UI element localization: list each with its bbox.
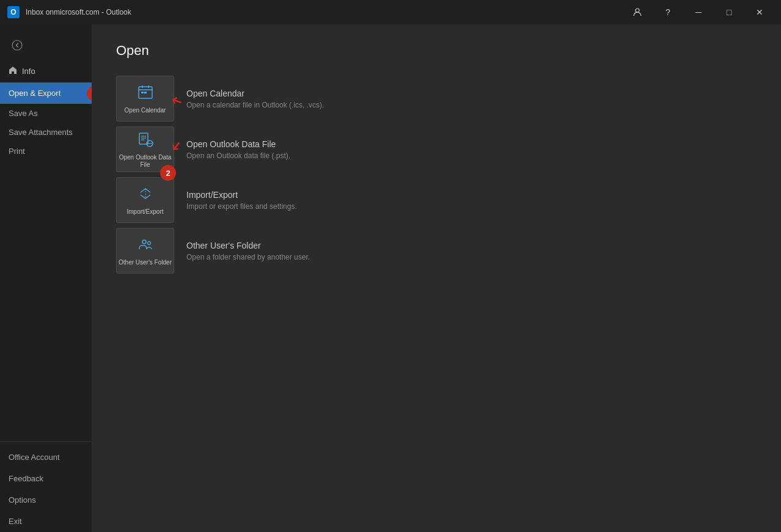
sidebar-item-save-as[interactable]: Save As (0, 104, 92, 123)
svg-rect-7 (144, 92, 147, 93)
calendar-icon (137, 84, 154, 104)
svg-point-16 (147, 241, 150, 244)
open-calendar-card-label: Open Calendar (125, 107, 166, 114)
maximize-button[interactable]: □ (715, 2, 743, 22)
sidebar-top: Info Open & Export 1 Save As Save Attach… (0, 24, 92, 167)
other-user-folder-card-label: Other User's Folder (119, 259, 172, 266)
title-bar-left: O Inbox onmicrosoft.com - Outlook (7, 6, 131, 18)
import-export-card[interactable]: Import/Export (116, 177, 174, 223)
data-file-icon (137, 131, 154, 151)
sidebar-item-office-account[interactable]: Office Account (0, 446, 92, 468)
svg-rect-6 (141, 92, 144, 93)
feedback-button[interactable] (623, 2, 651, 22)
import-export-info: Import/Export Import or export files and… (186, 190, 297, 211)
options-grid: Open Calendar Open Calendar Open a calen… (116, 76, 757, 274)
open-calendar-info: Open Calendar Open a calendar file in Ou… (186, 89, 324, 109)
other-user-folder-info: Other User's Folder Open a folder shared… (186, 241, 310, 261)
app-icon: O (7, 6, 20, 18)
title-bar: O Inbox onmicrosoft.com - Outlook ? ─ □ … (0, 0, 781, 24)
back-button[interactable] (6, 34, 28, 56)
home-icon (9, 66, 17, 76)
import-export-desc: Import or export files and settings. (186, 202, 297, 211)
option-row-import-export: Import/Export Import/Export Import or ex… (116, 177, 757, 223)
option-row-other-user: Other User's Folder Other User's Folder … (116, 228, 757, 274)
open-calendar-desc: Open a calendar file in Outlook (.ics, .… (186, 101, 324, 109)
open-calendar-title: Open Calendar (186, 89, 324, 98)
close-button[interactable]: ✕ (746, 2, 774, 22)
sidebar: Info Open & Export 1 Save As Save Attach… (0, 24, 92, 532)
open-data-file-desc: Open an Outlook data file (.pst). (186, 151, 290, 160)
sidebar-item-open-export[interactable]: Open & Export 1 (0, 82, 92, 104)
sidebar-item-open-export-label: Open & Export (9, 89, 61, 98)
option-row-data-file: Open Outlook Data File Open Outlook Data… (116, 126, 757, 172)
annotation-badge-2: 2 (160, 165, 176, 181)
content-area: Open Open Calendar (92, 24, 781, 532)
help-button[interactable]: ? (654, 2, 682, 22)
sidebar-item-save-attachments[interactable]: Save Attachments (0, 123, 92, 142)
other-user-folder-card[interactable]: Other User's Folder (116, 228, 174, 274)
other-user-folder-desc: Open a folder shared by another user. (186, 253, 310, 261)
svg-point-1 (12, 40, 22, 50)
window-title: Inbox onmicrosoft.com - Outlook (26, 8, 131, 16)
sidebar-item-options[interactable]: Options (0, 489, 92, 511)
sidebar-item-info[interactable]: Info (0, 60, 92, 82)
sidebar-item-info-label: Info (22, 67, 35, 76)
option-row-calendar: Open Calendar Open Calendar Open a calen… (116, 76, 757, 122)
page-title: Open (116, 43, 757, 59)
import-export-icon (137, 185, 154, 206)
other-user-icon (137, 236, 154, 257)
sidebar-item-print[interactable]: Print (0, 142, 92, 161)
other-user-folder-title: Other User's Folder (186, 241, 310, 250)
import-export-title: Import/Export (186, 190, 297, 200)
sidebar-item-feedback[interactable]: Feedback (0, 468, 92, 489)
svg-point-0 (636, 9, 639, 12)
minimize-button[interactable]: ─ (684, 2, 713, 22)
import-export-card-label: Import/Export (127, 208, 163, 216)
open-data-file-info: Open Outlook Data File Open an Outlook d… (186, 139, 290, 160)
main-area: Info Open & Export 1 Save As Save Attach… (0, 24, 781, 532)
svg-point-15 (142, 240, 146, 244)
sidebar-item-exit[interactable]: Exit (0, 511, 92, 532)
sidebar-bottom: Office Account Feedback Options Exit (0, 441, 92, 532)
open-calendar-card[interactable]: Open Calendar (116, 76, 174, 122)
title-bar-controls: ? ─ □ ✕ (623, 2, 774, 22)
open-data-file-title: Open Outlook Data File (186, 139, 290, 149)
